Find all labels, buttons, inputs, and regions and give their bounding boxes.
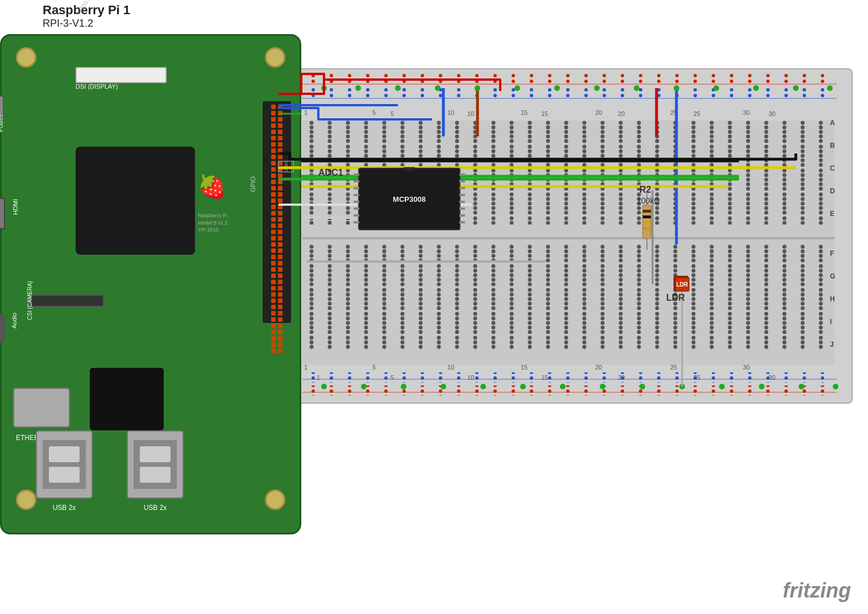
csi-connector [30, 294, 104, 307]
hdmi-label: HDMI [12, 199, 19, 215]
chip-pin-l4 [354, 194, 359, 196]
usb-label-2: USB 2x [144, 504, 167, 512]
resistor-lead-bottom [646, 239, 647, 250]
breadboard-grid-svg [285, 69, 852, 403]
usb-prong-2b [140, 467, 170, 483]
mount-hole-tl [16, 47, 36, 68]
dsi-label: DSI (DISPLAY) [76, 83, 118, 90]
ldr-component: LDR [674, 276, 688, 291]
fritzing-brand: fritzing [783, 579, 851, 603]
chip-pin-r4 [459, 194, 465, 196]
rpi-secondary-chip [90, 368, 164, 430]
mount-hole-br [265, 489, 285, 510]
resistor-stripe-4 [643, 227, 651, 230]
breadboard: A B C D E F G H I J 1 5 10 15 20 25 30 1… [284, 68, 853, 404]
gpio-label: GPIO [250, 176, 256, 192]
chip-pin-r3 [459, 187, 465, 189]
gpio-header [263, 101, 291, 323]
chip-pin-r6 [459, 208, 465, 210]
usb-inner-2 [134, 440, 177, 489]
resistor-stripe-3 [643, 221, 651, 224]
chip-pin-r5 [459, 201, 465, 203]
r2-value: 100kΩ [637, 196, 660, 205]
audio-label: Audio [11, 313, 18, 329]
hdmi-port [0, 198, 5, 229]
chip-pin-l7 [354, 214, 359, 217]
chip-notch [404, 167, 415, 171]
rpi-board: Power HDMI Audio DSI (DISPLAY) CSI (CAME… [0, 34, 301, 534]
usb-prong-1b [49, 467, 79, 483]
mcp3008-chip-text: MCP3008 [393, 195, 426, 204]
usb-port-2: USB 2x [127, 430, 184, 499]
chip-pin-r2 [459, 180, 465, 182]
usb-inner-1 [43, 440, 86, 489]
chip-pin-l3 [354, 187, 359, 189]
rpi-logo: 🍓 [195, 169, 229, 204]
chip-pin-l2 [354, 180, 359, 182]
usb-prong-1a [49, 446, 79, 462]
svg-text:LDR: LDR [676, 281, 688, 288]
audio-port [0, 314, 5, 343]
ethernet-port [13, 388, 70, 428]
chip-pin-r1 [459, 173, 465, 176]
chip-pin-l6 [354, 208, 359, 210]
ldr-body: LDR [674, 276, 688, 291]
mount-hole-bl [16, 489, 36, 510]
chip-pins-right [459, 173, 465, 223]
gpio-box-text: GPIO [284, 161, 289, 172]
usb-port-group: USB 2x USB 2x [36, 430, 184, 499]
title-line2: RPI-3-V1.2 [43, 18, 130, 30]
power-port [0, 96, 4, 117]
rpi-model-text: Raspberry Pi Model B v1.2 YPi 2015 [198, 212, 228, 234]
resistor-stripe-2 [643, 215, 651, 218]
rpi-main-chip [76, 147, 195, 255]
mount-hole-tr [265, 47, 285, 68]
csi-label: CSI (CAMERA) [27, 281, 33, 320]
mcp3008-chip: MCP3008 [358, 168, 460, 230]
usb-port-1: USB 2x [36, 430, 93, 499]
chip-pin-l5 [354, 201, 359, 203]
resistor-stripe-1 [643, 210, 651, 213]
r2-label: R2 [639, 185, 651, 195]
chip-pin-l1 [354, 173, 359, 176]
resistor-body [642, 205, 651, 239]
chip-pin-r7 [459, 214, 465, 217]
usb-label-1: USB 2x [53, 504, 76, 512]
gpio-label-box: GPIO [278, 161, 294, 172]
adc-label: ADC1 [318, 168, 343, 178]
chip-pin-r8 [459, 221, 465, 223]
ldr-symbol-svg: LDR [675, 277, 690, 292]
dsi-connector [76, 67, 167, 83]
main-container: Raspberry Pi 1 RPI-3-V1.2 https://microd… [0, 0, 868, 614]
ldr-label: LDR [666, 293, 685, 303]
chip-pin-l8 [354, 221, 359, 223]
power-label: Power [0, 114, 4, 132]
chip-pins-left [354, 173, 359, 223]
usb-prong-2a [140, 446, 170, 462]
